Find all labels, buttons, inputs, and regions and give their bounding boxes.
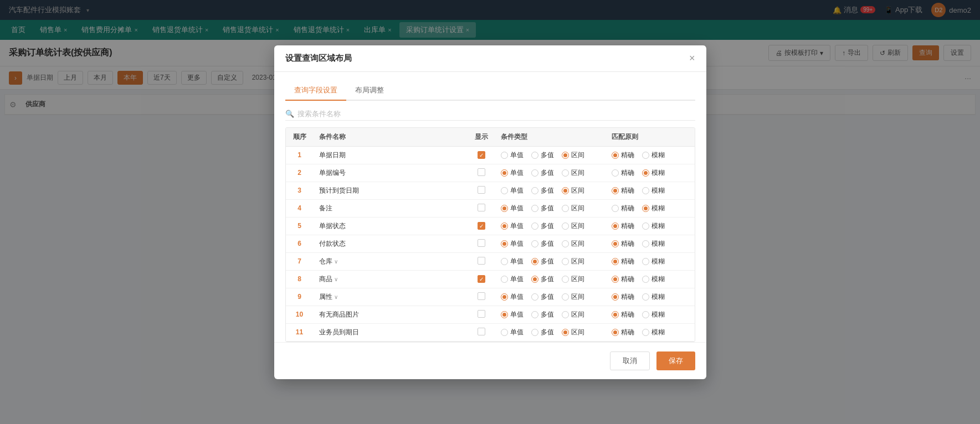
search-input[interactable]: [297, 110, 695, 118]
dialog-title: 设置查询区域布局: [285, 53, 352, 64]
dialog-close-button[interactable]: ×: [689, 53, 695, 63]
dialog-body: 查询字段设置 布局调整 🔍 顺序 条件名称 显示: [274, 72, 706, 120]
settings-dialog: 设置查询区域布局 × 查询字段设置 布局调整 🔍: [274, 45, 706, 120]
search-icon: 🔍: [285, 110, 294, 118]
tab-query-fields[interactable]: 查询字段设置: [285, 81, 346, 101]
tab-layout[interactable]: 布局调整: [346, 81, 393, 101]
search-box: 🔍: [285, 107, 695, 120]
dialog-tabs: 查询字段设置 布局调整: [285, 81, 695, 101]
dialog-header: 设置查询区域布局 ×: [274, 45, 706, 72]
modal-overlay: 设置查询区域布局 × 查询字段设置 布局调整 🔍: [0, 0, 980, 120]
